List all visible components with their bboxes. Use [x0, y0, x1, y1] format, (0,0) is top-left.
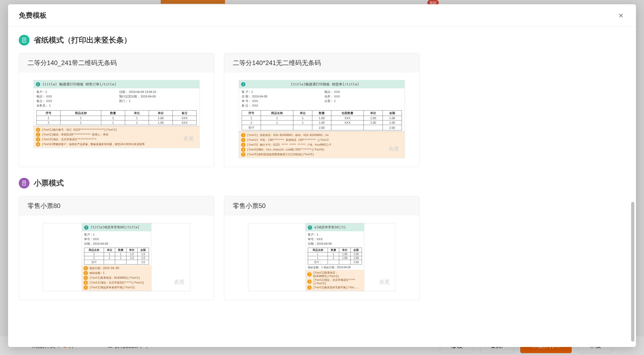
section-receipt: 小票模式 零售小票80 1[title]销货单零售80[/title]: [19, 178, 625, 300]
section-paper-saving: 省纸模式（打印出来竖长条） 二等分140_241带二维码无条码 1[title]…: [19, 35, 625, 167]
modal-body: 省纸模式（打印出来竖长条） 二等分140_241带二维码无条码 1[title]…: [8, 27, 636, 347]
card-title: 零售小票80: [19, 196, 214, 216]
template-preview: 1[title]畅捷通打印模板 销货单[/title] 客 户：1电话： XXX…: [239, 80, 405, 158]
modal-header: 免费模板: [8, 4, 636, 27]
template-preview: 1[title]销货单零售80[/title] 客户：1 单号：XXX 日期：2…: [43, 223, 190, 291]
scrollbar[interactable]: [631, 31, 634, 342]
receipt-icon: [19, 178, 29, 188]
watermark: 表尾: [388, 145, 399, 153]
template-modal: 免费模板 省纸模式（打印出来竖长条） 二等分140_241带二维码无条码 1[t: [8, 4, 636, 347]
template-preview: 1[title] 畅捷通打印模板 销售订单[/title] 客户：1日期： 20…: [33, 80, 200, 148]
template-card[interactable]: 零售小票80 1[title]销货单零售80[/title] 客户：1 单号：X…: [19, 196, 214, 300]
close-icon: [618, 12, 624, 19]
card-title: 零售小票50: [224, 196, 419, 216]
scrollbar-thumb[interactable]: [631, 202, 634, 342]
cards-row: 零售小票80 1[title]销货单零售80[/title] 客户：1 单号：X…: [19, 196, 625, 300]
template-card[interactable]: 二等分140_241带二维码无条码 1[title] 畅捷通打印模板 销售订单[…: [19, 53, 214, 167]
card-title: 二等分140_241带二维码无条码: [19, 53, 214, 73]
card-title: 二等分140*241无二维码无条码: [224, 53, 419, 73]
template-card[interactable]: 二等分140*241无二维码无条码 1[title]畅捷通打印模板 销货单[/t…: [224, 53, 420, 167]
watermark: 表尾: [174, 278, 185, 286]
close-button[interactable]: [617, 11, 625, 20]
modal-title: 免费模板: [19, 11, 47, 20]
cards-row: 二等分140_241带二维码无条码 1[title] 畅捷通打印模板 销售订单[…: [19, 53, 625, 167]
section-header: 省纸模式（打印出来竖长条）: [19, 35, 625, 46]
section-title: 省纸模式（打印出来竖长条）: [34, 35, 131, 45]
template-preview: 1a]销货单零售50[/ti 客户：1 单号：XXX 日期：2019-04-09…: [248, 223, 395, 291]
section-title: 小票模式: [34, 178, 64, 188]
document-icon: [19, 35, 29, 46]
watermark: 表尾: [183, 135, 194, 142]
section-header: 小票模式: [19, 178, 625, 188]
template-card[interactable]: 零售小票50 1a]销货单零售50[/ti 客户：1 单号：XXX: [224, 196, 420, 300]
watermark: 表尾: [379, 278, 390, 286]
